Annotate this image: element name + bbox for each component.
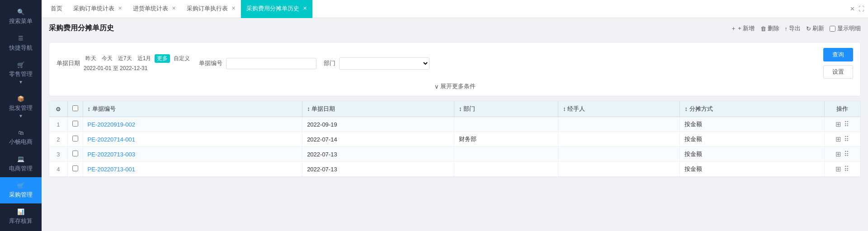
row-1-select[interactable]	[72, 121, 78, 127]
expand-more-btn[interactable]: ∨ 展开更多条件	[434, 82, 476, 90]
sidebar-item-nav-label: 快捷导航	[2, 44, 40, 52]
dept-field: 部门 财务部	[324, 57, 429, 70]
row-3-select[interactable]	[72, 151, 78, 156]
search-icon: 🔍	[17, 9, 24, 15]
main-area: 首页 采购订单统计表 ✕ 进货单统计表 ✕ 采购订单执行表 ✕ 采购费用分摊单历…	[42, 0, 868, 231]
row-4-order-no: PE-20220713-001	[83, 162, 302, 177]
row-4-view-icon[interactable]: ⊞	[835, 165, 841, 173]
sidebar-item-ecom1-label: 小畅电商	[2, 138, 40, 146]
row-4-dept	[454, 162, 558, 177]
export-icon: ↑	[785, 25, 788, 32]
row-2-date: 2022-07-14	[302, 132, 454, 147]
row-1-checkbox	[67, 117, 83, 132]
row-1-action-icons: ⊞ ⠿	[829, 120, 856, 128]
tab-purchase-exec[interactable]: 采购订单执行表 ✕	[181, 0, 241, 18]
table-header-dept: ↕ 部门	[454, 101, 558, 117]
add-icon: ＋	[731, 24, 736, 33]
tab-inbound-stats[interactable]: 进货单统计表 ✕	[127, 0, 181, 18]
table-header-date: ↕ 单据日期	[302, 101, 454, 117]
tab-cost-split-history[interactable]: 采购费用分摊单历史 ✕	[241, 0, 312, 18]
row-2-view-icon[interactable]: ⊞	[835, 135, 841, 143]
expand-more-row: ∨ 展开更多条件	[57, 82, 853, 90]
row-1-more-icon[interactable]: ⠿	[844, 120, 849, 128]
row-1-date: 2022-09-19	[302, 117, 454, 132]
add-button[interactable]: ＋ + 新增	[731, 24, 755, 33]
sidebar-item-purchase[interactable]: 🛒 采购管理	[0, 177, 42, 203]
sidebar-item-search[interactable]: 🔍 搜索菜单	[0, 4, 42, 30]
ecom-icon: 🛍	[18, 129, 24, 136]
delete-button[interactable]: 🗑 删除	[760, 24, 779, 33]
sidebar-item-ecom2[interactable]: 💻 电商管理	[0, 151, 42, 177]
row-1-num: 1	[49, 117, 67, 132]
sidebar-item-inventory[interactable]: 📊 库存核算	[0, 203, 42, 230]
sidebar-item-ecom1[interactable]: 🛍 小畅电商	[0, 124, 42, 151]
select-all-checkbox[interactable]	[72, 105, 78, 111]
date-field: 单据日期 昨天 今天 近7天 近1月 更多 自定义 2022-01-01 至 2…	[57, 54, 192, 72]
row-3-more-icon[interactable]: ⠿	[844, 150, 849, 158]
row-1-order-link[interactable]: PE-20220919-002	[88, 121, 136, 128]
show-cols-input[interactable]	[830, 26, 835, 32]
row-2-action: ⊞ ⠿	[824, 132, 860, 147]
page-title: 采购费用分摊单历史	[49, 24, 114, 33]
tab-purchase-stats-label: 采购订单统计表	[73, 5, 114, 13]
row-3-date: 2022-07-13	[302, 147, 454, 162]
order-no-input[interactable]	[226, 58, 316, 69]
date-option-more[interactable]: 更多	[155, 54, 170, 63]
dept-select[interactable]: 财务部	[339, 57, 429, 70]
sidebar-item-retail-label: 零售管理	[2, 70, 40, 78]
row-4-select[interactable]	[72, 165, 78, 171]
tab-purchase-stats[interactable]: 采购订单统计表 ✕	[68, 0, 127, 18]
tab-purchase-stats-close[interactable]: ✕	[118, 5, 122, 11]
tab-home-label: 首页	[51, 5, 62, 13]
row-2-more-icon[interactable]: ⠿	[844, 135, 849, 143]
tab-purchase-exec-close[interactable]: ✕	[231, 5, 236, 11]
search-button[interactable]: 查询	[823, 48, 853, 61]
row-2-select[interactable]	[72, 136, 78, 141]
data-table: ⚙ ↕ 单据编号 ↕ 单据日期 ↕ 部门 ↕ 经手人 ↕ 分摊方式 操作 1	[49, 101, 860, 177]
row-3-method: 按金额	[680, 147, 824, 162]
row-2-order-link[interactable]: PE-20220714-001	[88, 136, 136, 143]
table-header-row: ⚙ ↕ 单据编号 ↕ 单据日期 ↕ 部门 ↕ 经手人 ↕ 分摊方式 操作	[49, 101, 860, 117]
tab-close-btn[interactable]: ✕	[850, 5, 855, 12]
row-3-view-icon[interactable]: ⊞	[835, 150, 841, 158]
table-header-gear[interactable]: ⚙	[49, 101, 67, 117]
row-3-order-link[interactable]: PE-20220713-003	[88, 151, 136, 158]
title-toolbar-row: 采购费用分摊单历史 ＋ + 新增 🗑 删除 ↑ 导出 ↻	[49, 24, 861, 38]
date-option-yesterday[interactable]: 昨天	[84, 54, 98, 63]
table-row: 3 PE-20220713-003 2022-07-13 按金额 ⊞ ⠿	[49, 147, 860, 162]
row-1-dept	[454, 117, 558, 132]
date-option-1month[interactable]: 近1月	[136, 54, 153, 63]
show-cols-checkbox[interactable]: 显示明细	[830, 24, 861, 33]
row-2-checkbox	[67, 132, 83, 147]
sidebar-item-purchase-label: 采购管理	[2, 191, 40, 199]
date-option-7days[interactable]: 近7天	[116, 54, 134, 63]
refresh-label: 刷新	[812, 24, 824, 33]
export-button[interactable]: ↑ 导出	[785, 24, 801, 33]
row-4-more-icon[interactable]: ⠿	[844, 165, 849, 173]
tab-inbound-stats-close[interactable]: ✕	[172, 5, 176, 11]
sidebar-item-retail[interactable]: 🛒 零售管理 ▼	[0, 57, 42, 90]
tab-cost-split-history-label: 采购费用分摊单历史	[246, 5, 299, 13]
date-options: 昨天 今天 近7天 近1月 更多 自定义	[84, 54, 192, 63]
sidebar-item-nav[interactable]: ☰ 快捷导航	[0, 30, 42, 56]
sidebar: 🔍 搜索菜单 ☰ 快捷导航 🛒 零售管理 ▼ 📦 批发管理 ▼ 🛍 小畅电商 💻…	[0, 0, 42, 231]
tab-cost-split-history-close[interactable]: ✕	[303, 5, 307, 11]
row-2-method: 按金额	[680, 132, 824, 147]
sidebar-item-wholesale[interactable]: 📦 批发管理 ▼	[0, 90, 42, 124]
row-4-action: ⊞ ⠿	[824, 162, 860, 177]
sidebar-item-wholesale-label: 批发管理	[2, 104, 40, 112]
date-option-custom[interactable]: 自定义	[172, 54, 192, 63]
tab-restore-btn[interactable]: ⛶	[859, 5, 864, 12]
row-4-order-link[interactable]: PE-20220713-001	[88, 166, 136, 173]
row-4-date: 2022-07-13	[302, 162, 454, 177]
date-option-today[interactable]: 今天	[100, 54, 114, 63]
setting-button[interactable]: 设置	[823, 65, 853, 79]
refresh-icon: ↻	[806, 25, 811, 32]
date-field-group: 昨天 今天 近7天 近1月 更多 自定义 2022-01-01 至 2022-1…	[84, 54, 192, 72]
row-1-view-icon[interactable]: ⊞	[835, 120, 841, 128]
tab-home[interactable]: 首页	[45, 0, 68, 18]
purchase-icon: 🛒	[17, 182, 24, 189]
delete-icon: 🗑	[760, 25, 766, 32]
refresh-button[interactable]: ↻ 刷新	[806, 24, 824, 33]
row-2-order-no: PE-20220714-001	[83, 132, 302, 147]
